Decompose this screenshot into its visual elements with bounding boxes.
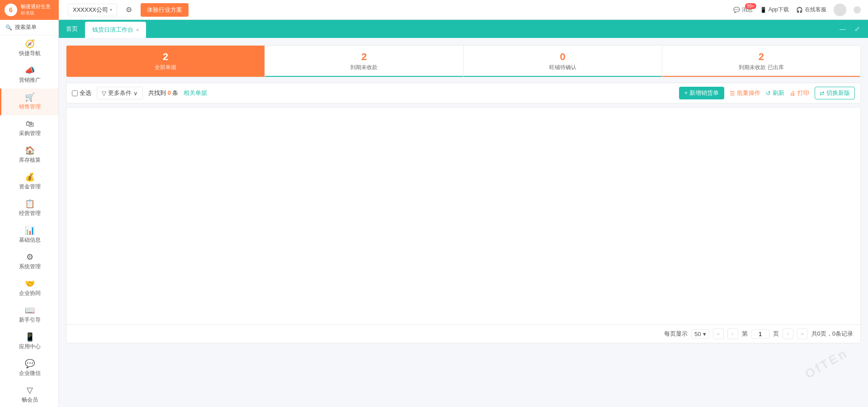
search-icon: 🔍 xyxy=(5,24,12,31)
filter-label: 更多条件 xyxy=(108,89,132,97)
first-page-button[interactable]: « xyxy=(713,328,724,339)
refresh-icon: ↺ xyxy=(766,90,771,97)
found-unit: 条 xyxy=(172,89,178,96)
select-all-checkbox[interactable]: 全选 xyxy=(72,89,91,97)
top-header: 6 畅捷通好生意 标准版 XXXXXX公司 ▾ ⚙ 体验行业方案 💬 消息 99… xyxy=(0,0,868,20)
stat-label-shipped: 到期未收款 已出库 xyxy=(670,64,853,71)
settings-button[interactable]: ⚙ xyxy=(122,3,136,17)
empty-table-body xyxy=(66,108,860,324)
filter-button[interactable]: ▽ 更多条件 ∨ xyxy=(97,87,143,99)
wechat-icon: 💬 xyxy=(25,360,35,368)
search-menu-label: 搜索菜单 xyxy=(15,23,37,31)
batch-button[interactable]: ☰ 批量操作 xyxy=(730,89,760,97)
stat-underline xyxy=(265,76,463,77)
company-name: XXXXXX公司 xyxy=(73,6,108,14)
tab-maximize-button[interactable]: ⤢ xyxy=(852,23,863,34)
stat-label-overdue: 到期未收款 xyxy=(272,64,456,71)
filter-chevron-icon: ∨ xyxy=(133,90,138,97)
per-page-select[interactable]: 50 ▾ xyxy=(691,329,709,339)
filter-icon: ▽ xyxy=(102,90,106,97)
company-select[interactable]: XXXXXX公司 ▾ xyxy=(68,4,117,16)
sidebar-item-label: 系统管理 xyxy=(19,263,41,271)
sidebar-item-label: 基础信息 xyxy=(19,236,41,244)
last-page-button[interactable]: » xyxy=(797,328,808,339)
refresh-label: 刷新 xyxy=(773,89,784,97)
sidebar-item-marketing[interactable]: 📣 营销推广 xyxy=(0,62,58,89)
sidebar: 🔍 搜索菜单 🧭 快捷导航 📣 营销推广 🛒 销售管理 🛍 采购管理 🏠 库存核… xyxy=(0,20,59,407)
avatar-extra xyxy=(854,6,861,14)
switch-version-button[interactable]: ⇄ 切换新版 xyxy=(815,87,855,99)
message-button[interactable]: 💬 消息 99+ xyxy=(733,6,753,14)
marketing-icon: 📣 xyxy=(25,66,35,75)
sidebar-item-sales[interactable]: 🛒 销售管理 xyxy=(0,89,58,115)
print-button[interactable]: 🖨 打印 xyxy=(790,89,809,97)
sidebar-item-system[interactable]: ⚙ 系统管理 xyxy=(0,248,58,275)
stats-tabs: 2 全部单据 2 到期未收款 0 旺铺待确认 2 到期未收款 已出库 xyxy=(66,45,861,77)
switch-icon: ⇄ xyxy=(820,90,825,97)
prev-page-button[interactable]: ‹ xyxy=(727,328,738,339)
tab-active[interactable]: 钱货日清工作台 × xyxy=(85,22,146,38)
tab-home-label: 首页 xyxy=(66,25,78,33)
trial-button[interactable]: 体验行业方案 xyxy=(141,3,189,17)
service-button[interactable]: 🎧 在线客服 xyxy=(796,6,826,14)
sidebar-item-member[interactable]: ▽ 畅会员 xyxy=(0,382,58,407)
sidebar-item-purchase[interactable]: 🛍 采购管理 xyxy=(0,115,58,142)
sidebar-item-finance[interactable]: 💰 资金管理 xyxy=(0,168,58,195)
sidebar-item-nav[interactable]: 🧭 快捷导航 xyxy=(0,35,58,62)
sidebar-item-label: 企业协同 xyxy=(19,290,41,297)
found-prefix: 共找到 xyxy=(148,89,166,96)
stat-num-wangpu: 0 xyxy=(471,51,655,63)
search-menu-item[interactable]: 🔍 搜索菜单 xyxy=(0,20,58,35)
message-badge: 99+ xyxy=(745,3,756,9)
sidebar-item-enterprise[interactable]: 🤝 企业协同 xyxy=(0,275,58,302)
sidebar-item-basic[interactable]: 📊 基础信息 xyxy=(0,222,58,248)
switch-label: 切换新版 xyxy=(826,89,850,97)
batch-icon: ☰ xyxy=(730,90,735,97)
tab-bar: 首页 钱货日清工作台 × — ⤢ xyxy=(59,20,868,38)
found-text: 共找到 0 条 xyxy=(148,89,178,97)
tab-bar-actions: — ⤢ xyxy=(837,23,868,34)
sales-icon: 🛒 xyxy=(25,93,35,101)
sidebar-item-label: 销售管理 xyxy=(19,103,41,111)
print-icon: 🖨 xyxy=(790,90,796,97)
app-download-button[interactable]: 📱 App下载 xyxy=(760,6,789,14)
sidebar-item-operations[interactable]: 📋 经营管理 xyxy=(0,195,58,222)
refresh-button[interactable]: ↺ 刷新 xyxy=(766,89,784,97)
pagination-bar: 每页显示 50 ▾ « ‹ 第 页 › » 共0页，0条记录 xyxy=(66,324,860,343)
add-sales-button[interactable]: + 新增销货单 xyxy=(679,87,724,99)
sidebar-item-wechat[interactable]: 💬 企业微信 xyxy=(0,355,58,382)
table-area: 每页显示 50 ▾ « ‹ 第 页 › » 共0页，0条记录 xyxy=(66,107,861,343)
main-content: 2 全部单据 2 到期未收款 0 旺铺待确认 2 到期未收款 已出库 全选 ▽ xyxy=(59,38,868,407)
stat-underline-3 xyxy=(662,76,860,77)
sidebar-item-guide[interactable]: 📖 新手引导 xyxy=(0,302,58,328)
logo-name: 畅捷通好生意 xyxy=(21,3,51,9)
pagination-summary: 共0页，0条记录 xyxy=(811,330,853,338)
app-label: App下载 xyxy=(769,6,789,14)
tab-minimize-button[interactable]: — xyxy=(837,23,848,34)
next-page-button[interactable]: › xyxy=(783,328,793,339)
per-page-value: 50 xyxy=(694,331,701,337)
related-link[interactable]: 相关单据 xyxy=(184,89,207,97)
logo-area: 6 畅捷通好生意 标准版 xyxy=(0,0,59,20)
stat-tab-all[interactable]: 2 全部单据 xyxy=(66,46,265,77)
stat-tab-shipped[interactable]: 2 到期未收款 已出库 xyxy=(662,46,860,77)
stat-tab-overdue[interactable]: 2 到期未收款 xyxy=(265,46,463,77)
per-page-chevron-icon: ▾ xyxy=(703,331,706,337)
per-page-label: 每页显示 xyxy=(664,330,688,338)
logo-icon: 6 xyxy=(5,4,17,16)
stat-tab-wangpu[interactable]: 0 旺铺待确认 xyxy=(464,46,662,77)
avatar[interactable] xyxy=(834,4,846,16)
tab-home[interactable]: 首页 xyxy=(59,20,85,38)
message-icon: 💬 xyxy=(733,7,740,13)
tab-close-icon[interactable]: × xyxy=(136,27,139,33)
sidebar-item-inventory[interactable]: 🏠 库存核算 xyxy=(0,142,58,168)
sidebar-item-label: 企业微信 xyxy=(19,370,41,377)
page-number-input[interactable] xyxy=(751,329,769,339)
select-all-label: 全选 xyxy=(80,89,91,97)
sidebar-item-label: 经营管理 xyxy=(19,210,41,217)
header-center: XXXXXX公司 ▾ ⚙ 体验行业方案 xyxy=(59,3,733,17)
sidebar-item-apps[interactable]: 📱 应用中心 xyxy=(0,328,58,355)
select-all-input[interactable] xyxy=(72,90,78,96)
stat-label-all: 全部单据 xyxy=(74,64,257,71)
app-icon: 📱 xyxy=(760,7,767,13)
